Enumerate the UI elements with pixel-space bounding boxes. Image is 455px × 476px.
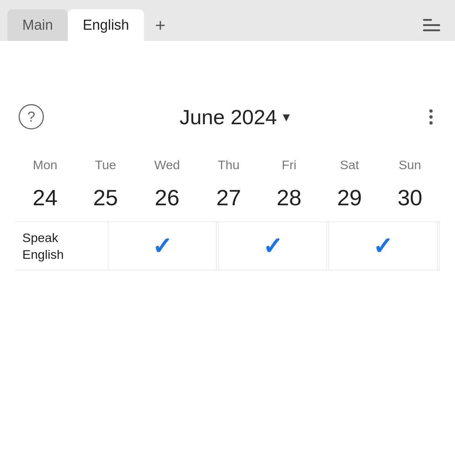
date-fri[interactable]: 28 [259, 181, 319, 222]
date-wed[interactable]: 26 [136, 181, 199, 222]
date-row: 24 25 26 27 28 29 30 [15, 181, 440, 222]
calendar-grid: Mon Tue Wed Thu Fri Sat Sun 24 25 26 27 … [15, 152, 440, 222]
add-tab-button[interactable]: + [144, 9, 177, 41]
date-tue[interactable]: 25 [75, 181, 135, 222]
checkmark-wed: ✓ [263, 233, 283, 260]
day-header-fri: Fri [259, 152, 319, 181]
hamburger-icon [423, 19, 440, 31]
tab-english[interactable]: English [68, 9, 144, 41]
month-selector[interactable]: June 2024 ▾ [180, 105, 290, 129]
dot-1 [429, 109, 433, 113]
day-header-mon: Mon [15, 152, 75, 181]
date-mon[interactable]: 24 [15, 181, 75, 222]
habit-check-sun[interactable] [439, 222, 440, 270]
tab-bar: Main English + [0, 0, 455, 41]
habit-table: SpeakEnglish ✓ ✓ ✓ [15, 222, 440, 270]
day-header-tue: Tue [75, 152, 135, 181]
habit-row: SpeakEnglish ✓ ✓ ✓ [15, 222, 440, 270]
checkmark-fri: ✓ [373, 233, 393, 260]
calendar-header: ? June 2024 ▾ [15, 104, 440, 129]
habit-check-mon[interactable]: ✓ [108, 222, 216, 270]
help-icon-label: ? [27, 109, 35, 125]
date-sun[interactable]: 30 [380, 181, 440, 222]
day-header-sat: Sat [319, 152, 379, 181]
dot-2 [429, 115, 433, 119]
habit-name: SpeakEnglish [22, 231, 64, 261]
month-title: June 2024 [180, 105, 277, 129]
date-sat[interactable]: 29 [319, 181, 379, 222]
hamburger-line-2 [423, 24, 440, 26]
day-header-thu: Thu [198, 152, 259, 181]
help-button[interactable]: ? [19, 104, 44, 129]
hamburger-menu-button[interactable] [416, 9, 448, 41]
tab-english-label: English [83, 17, 129, 33]
main-content: ? June 2024 ▾ Mon Tue Wed Thu Fri Sat Su… [0, 41, 455, 270]
dot-3 [429, 121, 433, 125]
day-header-sun: Sun [380, 152, 440, 181]
habit-check-wed[interactable]: ✓ [218, 222, 327, 270]
checkmark-mon: ✓ [152, 233, 172, 260]
date-thu[interactable]: 27 [198, 181, 259, 222]
day-header-wed: Wed [136, 152, 199, 181]
habit-name-cell: SpeakEnglish [15, 222, 108, 270]
hamburger-line-1 [423, 19, 432, 21]
more-options-button[interactable] [426, 106, 436, 128]
add-tab-icon: + [155, 15, 166, 35]
hamburger-line-3 [423, 29, 440, 31]
tab-main-label: Main [22, 17, 53, 33]
tab-main[interactable]: Main [7, 9, 68, 41]
chevron-down-icon: ▾ [283, 109, 290, 125]
habit-check-fri[interactable]: ✓ [329, 222, 437, 270]
day-header-row: Mon Tue Wed Thu Fri Sat Sun [15, 152, 440, 181]
